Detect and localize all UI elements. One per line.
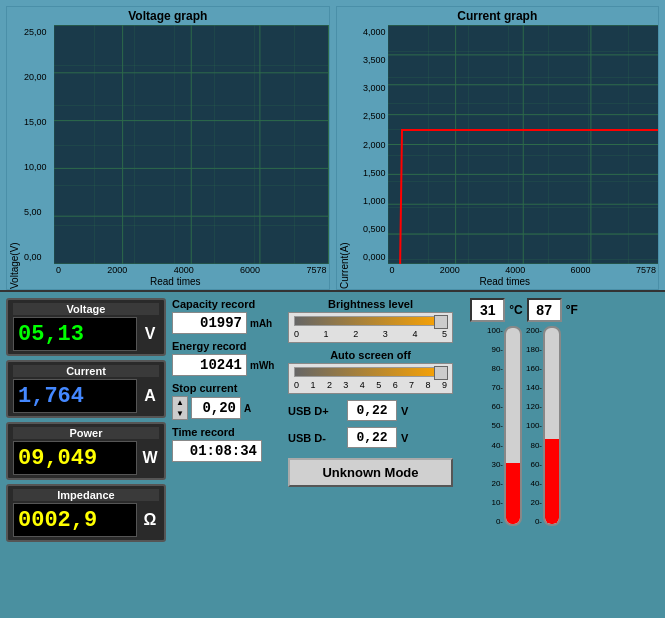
- fahrenheit-unit: °F: [566, 303, 578, 317]
- celsius-input[interactable]: [470, 298, 505, 322]
- celsius-tube: [504, 326, 522, 526]
- usb-dp-row: USB D+ V: [288, 400, 453, 421]
- f-scale-0: 0-: [526, 517, 542, 526]
- f-scale-120: 120-: [526, 402, 542, 411]
- graphs-section: Voltage graph Voltage(V) 25,00 20,00 15,…: [0, 0, 665, 290]
- stop-current-unit: A: [244, 403, 251, 414]
- impedance-display: 0002,9: [13, 503, 137, 537]
- voltage-display: 05,13: [13, 317, 137, 351]
- brightness-slider-container: 0 1 2 3 4 5: [288, 312, 453, 343]
- usb-dm-row: USB D- V: [288, 427, 453, 448]
- records-col: Capacity record mAh Energy record mWh St…: [172, 298, 282, 612]
- capacity-unit: mAh: [250, 318, 272, 329]
- current-x-label: Read times: [352, 276, 659, 289]
- thermometers-area: 100- 90- 80- 70- 60- 50- 40- 30- 20- 10-…: [487, 326, 561, 612]
- spinner-down-button[interactable]: ▼: [173, 408, 187, 419]
- f-scale-40: 40-: [526, 479, 542, 488]
- f-scale-140: 140-: [526, 383, 542, 392]
- stop-current-input[interactable]: [191, 397, 241, 419]
- capacity-block: Capacity record mAh: [172, 298, 282, 334]
- cy-tick-4: 2,000: [354, 140, 386, 150]
- b-tick-4: 4: [412, 329, 417, 339]
- fahrenheit-input[interactable]: [527, 298, 562, 322]
- right-mid-col: Brightness level 0 1 2 3 4 5: [288, 298, 453, 612]
- usb-dp-input[interactable]: [347, 400, 397, 421]
- celsius-fill: [506, 463, 520, 524]
- fahrenheit-tube: [543, 326, 561, 526]
- c-scale-60: 60-: [487, 402, 503, 411]
- c-scale-90: 90-: [487, 345, 503, 354]
- as-tick-9: 9: [442, 380, 447, 390]
- power-block: Power 09,049 W: [6, 422, 166, 480]
- capacity-row: mAh: [172, 312, 282, 334]
- as-tick-7: 7: [409, 380, 414, 390]
- as-tick-8: 8: [426, 380, 431, 390]
- as-tick-1: 1: [310, 380, 315, 390]
- auto-screen-block: Auto screen off 0 1 2 3 4 5 6: [288, 349, 453, 394]
- c-scale-100: 100-: [487, 326, 503, 335]
- cy-tick-3: 2,500: [354, 111, 386, 121]
- x-tick-4: 7578: [306, 265, 326, 275]
- current-graph-svg: [388, 25, 659, 264]
- brightness-slider-thumb[interactable]: [434, 315, 448, 329]
- usb-dm-unit: V: [401, 432, 408, 444]
- as-tick-6: 6: [393, 380, 398, 390]
- voltage-block: Voltage 05,13 V: [6, 298, 166, 356]
- energy-unit: mWh: [250, 360, 274, 371]
- time-label: Time record: [172, 426, 282, 438]
- power-label: Power: [13, 427, 159, 439]
- cy-tick-7: 0,500: [354, 224, 386, 234]
- temp-displays-row: °C °F: [459, 298, 589, 322]
- time-input[interactable]: [172, 440, 262, 462]
- capacity-input[interactable]: [172, 312, 247, 334]
- fahrenheit-fill: [545, 439, 559, 524]
- current-block: Current 1,764 A: [6, 360, 166, 418]
- x-tick-3: 6000: [240, 265, 260, 275]
- voltage-x-label: Read times: [22, 276, 329, 289]
- cy-tick-1: 3,500: [354, 55, 386, 65]
- voltage-graph-container: Voltage graph Voltage(V) 25,00 20,00 15,…: [6, 6, 330, 290]
- time-block: Time record: [172, 426, 282, 462]
- measurements-col: Voltage 05,13 V Current 1,764 A: [6, 298, 166, 612]
- impedance-unit: Ω: [141, 511, 159, 529]
- cy-tick-6: 1,000: [354, 196, 386, 206]
- unknown-mode-button[interactable]: Unknown Mode: [288, 458, 453, 487]
- cx-tick-4: 7578: [636, 265, 656, 275]
- c-scale-70: 70-: [487, 383, 503, 392]
- spinner-up-button[interactable]: ▲: [173, 397, 187, 408]
- capacity-label: Capacity record: [172, 298, 282, 310]
- f-scale-200: 200-: [526, 326, 542, 335]
- main-container: Voltage graph Voltage(V) 25,00 20,00 15,…: [0, 0, 665, 618]
- current-label: Current: [13, 365, 159, 377]
- f-scale-60: 60-: [526, 460, 542, 469]
- y-tick-4: 5,00: [24, 207, 52, 217]
- cy-tick-2: 3,000: [354, 83, 386, 93]
- energy-input[interactable]: [172, 354, 247, 376]
- bottom-panel: Voltage 05,13 V Current 1,764 A: [0, 290, 665, 618]
- auto-screen-label: Auto screen off: [288, 349, 453, 361]
- cx-tick-1: 2000: [440, 265, 460, 275]
- celsius-scale: 100- 90- 80- 70- 60- 50- 40- 30- 20- 10-…: [487, 326, 503, 526]
- fahrenheit-thermo: 200- 180- 160- 140- 120- 100- 80- 60- 40…: [526, 326, 561, 526]
- auto-screen-slider-thumb[interactable]: [434, 366, 448, 380]
- y-tick-3: 10,00: [24, 162, 52, 172]
- current-display: 1,764: [13, 379, 137, 413]
- brightness-block: Brightness level 0 1 2 3 4 5: [288, 298, 453, 343]
- y-tick-2: 15,00: [24, 117, 52, 127]
- celsius-thermo: 100- 90- 80- 70- 60- 50- 40- 30- 20- 10-…: [487, 326, 522, 526]
- voltage-unit: V: [141, 325, 159, 343]
- cy-tick-5: 1,500: [354, 168, 386, 178]
- voltage-graph-svg: [54, 25, 329, 264]
- voltage-row: 05,13 V: [13, 317, 159, 351]
- power-value: 09,049: [18, 446, 97, 471]
- power-row: 09,049 W: [13, 441, 159, 475]
- stop-current-spinner[interactable]: ▲ ▼: [172, 396, 188, 420]
- c-scale-0: 0-: [487, 517, 503, 526]
- cx-tick-0: 0: [390, 265, 395, 275]
- usb-dm-input[interactable]: [347, 427, 397, 448]
- as-tick-3: 3: [343, 380, 348, 390]
- c-scale-40: 40-: [487, 441, 503, 450]
- y-tick-1: 20,00: [24, 72, 52, 82]
- impedance-block: Impedance 0002,9 Ω: [6, 484, 166, 542]
- x-tick-2: 4000: [174, 265, 194, 275]
